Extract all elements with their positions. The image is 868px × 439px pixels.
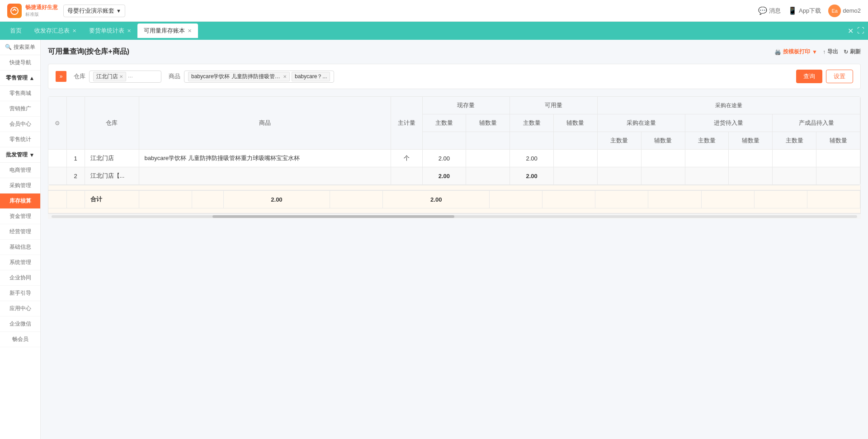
tab-expand-icon[interactable]: ⛶ [857, 27, 864, 35]
product-tag-1-close[interactable]: ✕ [283, 74, 287, 79]
filter-buttons: 查询 设置 [796, 70, 853, 83]
th-cs-main2 [422, 132, 466, 150]
total-current-aux [330, 190, 383, 208]
th-current-aux: 辅数量 [466, 114, 510, 132]
sidebar-item-purchase[interactable]: 采购管理 [0, 178, 40, 194]
table-settings-icon[interactable]: ⚙ [55, 120, 60, 127]
sidebar-item-quick-nav[interactable]: 快捷导航 [0, 55, 40, 71]
row1-pt-main [597, 150, 641, 167]
scrollbar-track [52, 215, 857, 218]
tab-home[interactable]: 首页 [4, 24, 28, 38]
horizontal-scrollbar[interactable] [48, 213, 861, 219]
th-current-stock: 现存量 [422, 97, 510, 114]
th-available-aux: 辅数量 [554, 114, 598, 132]
export-label: 导出 [827, 48, 838, 56]
sidebar-item-basic-info[interactable]: 基础信息 [0, 240, 40, 255]
export-action[interactable]: ↑ 导出 [823, 48, 838, 56]
app-download-action[interactable]: 📱 App下载 [788, 6, 821, 15]
refresh-action[interactable]: ↻ 刷新 [844, 48, 861, 56]
sidebar-item-retail-mall[interactable]: 零售商城 [0, 86, 40, 101]
tab-order[interactable]: 要货单统计表 ✕ [83, 24, 137, 38]
tab-order-close[interactable]: ✕ [127, 28, 131, 34]
sidebar-item-ecommerce[interactable]: 电商管理 [0, 163, 40, 178]
print-action[interactable]: 🖨️ 按模板打印 ▼ [774, 48, 817, 56]
sidebar-item-newbie[interactable]: 新手引导 [0, 286, 40, 301]
total-table: 合计 2.00 2.00 [48, 190, 860, 208]
warehouse-tag-1-close[interactable]: ✕ [119, 74, 123, 79]
th-settings: ⚙ [48, 97, 66, 150]
total-available-main: 2.00 [383, 190, 490, 208]
row2-prod-aux [816, 167, 860, 185]
row1-settings [48, 150, 66, 167]
tab-home-label: 首页 [10, 27, 22, 35]
logo-sub-text: 标准版 [25, 11, 58, 18]
filter-expand-button[interactable]: » [56, 71, 66, 82]
sidebar-item-vip[interactable]: 畅会员 [0, 332, 40, 347]
row2-current-main: 2.00 [422, 167, 466, 185]
total-available-aux [490, 190, 542, 208]
sidebar-enterprise-label: 企业协同 [9, 274, 31, 281]
data-table: ⚙ 仓库 商品 主计量 现存量 可用量 采购在途量 主数量 辅数量 主数量 辅数… [48, 97, 860, 185]
sidebar-item-member[interactable]: 会员中心 [0, 117, 40, 132]
data-table-container: ⚙ 仓库 商品 主计量 现存量 可用量 采购在途量 主数量 辅数量 主数量 辅数… [48, 96, 861, 185]
sidebar-item-wholesale[interactable]: 批发管理 ▼ [0, 147, 40, 163]
sidebar-item-system[interactable]: 系统管理 [0, 255, 40, 270]
total-pp-main [648, 190, 701, 208]
query-button[interactable]: 查询 [796, 70, 822, 83]
row2-pt-aux [641, 167, 685, 185]
th-available-main: 主数量 [510, 114, 554, 132]
warehouse-tags-container[interactable]: 江北门店 ✕ ··· [89, 71, 161, 83]
sidebar-marketing-label: 营销推广 [9, 105, 31, 112]
user-profile[interactable]: Ea demo2 [828, 5, 861, 17]
sidebar-item-wechat[interactable]: 企业微信 [0, 316, 40, 332]
industry-selector[interactable]: 母婴行业演示账套 ▼ [63, 5, 125, 17]
th-prod-main: 主数量 [773, 132, 816, 150]
tab-available-stock-close[interactable]: ✕ [188, 28, 192, 34]
row2-pt-main [597, 167, 641, 185]
row2-index: 2 [66, 167, 85, 185]
sidebar-member-label: 会员中心 [9, 121, 31, 127]
warehouse-tag-1-label: 江北门店 [96, 73, 118, 80]
row1-available-main: 2.00 [510, 150, 554, 167]
sidebar-search-label: 搜索菜单 [14, 44, 35, 50]
sidebar-item-retail-stats[interactable]: 零售统计 [0, 132, 40, 147]
row2-pp-main [685, 167, 729, 185]
th-pt-main: 主数量 [597, 132, 641, 150]
total-pp-aux [701, 190, 754, 208]
sidebar-item-app-center[interactable]: 应用中心 [0, 301, 40, 316]
total-current-main: 2.00 [223, 190, 330, 208]
row2-warehouse: 江北门店【... [85, 167, 139, 185]
row2-product [139, 167, 391, 185]
sidebar-item-enterprise[interactable]: 企业协同 [0, 270, 40, 286]
avatar: Ea [828, 5, 841, 17]
sidebar-quick-nav-label: 快捷导航 [9, 59, 31, 66]
sidebar-newbie-label: 新手引导 [9, 290, 31, 296]
message-icon: 💬 [758, 6, 767, 15]
chevron-down-icon: ▼ [116, 8, 121, 14]
th-pp-main: 主数量 [685, 132, 729, 150]
sidebar-item-finance[interactable]: 资金管理 [0, 209, 40, 224]
tab-close-all-icon[interactable]: ✕ [848, 27, 854, 35]
sidebar-search[interactable]: 🔍 搜索菜单 [0, 40, 40, 55]
sidebar-item-inventory[interactable]: 库存核算 [0, 194, 40, 209]
row1-prod-aux [816, 150, 860, 167]
tab-receivable-close[interactable]: ✕ [72, 28, 76, 34]
sidebar-system-label: 系统管理 [9, 259, 31, 265]
tab-available-stock[interactable]: 可用量库存账本 ✕ [137, 24, 198, 38]
message-action[interactable]: 💬 消息 [758, 6, 781, 15]
sidebar-item-operations[interactable]: 经营管理 [0, 224, 40, 240]
settings-button[interactable]: 设置 [826, 70, 853, 83]
sidebar-item-marketing[interactable]: 营销推广 [0, 101, 40, 117]
page-title-area: 可用量查询(按仓库+商品) 🖨️ 按模板打印 ▼ ↑ 导出 ↻ 刷新 [48, 47, 861, 57]
sidebar-item-retail[interactable]: 零售管理 ▲ [0, 71, 40, 86]
sidebar-wholesale-label: 批发管理 [6, 151, 28, 159]
print-chevron-icon: ▼ [812, 49, 817, 55]
th-unit: 主计量 [391, 97, 422, 150]
product-tags-container[interactable]: babycare学饮杯 儿童防摔防撞吸管杯重力球吸嘴杯宝宝水杯 ✕ babyca… [184, 71, 334, 83]
filter-more-icon[interactable]: ··· [128, 73, 133, 80]
tab-receivable[interactable]: 收发存汇总表 ✕ [28, 24, 83, 38]
print-icon: 🖨️ [774, 49, 781, 55]
retail-arrow-icon: ▲ [29, 75, 35, 81]
scrollbar-thumb[interactable] [212, 215, 454, 218]
th-forecast: 采购在途量 [597, 97, 860, 114]
